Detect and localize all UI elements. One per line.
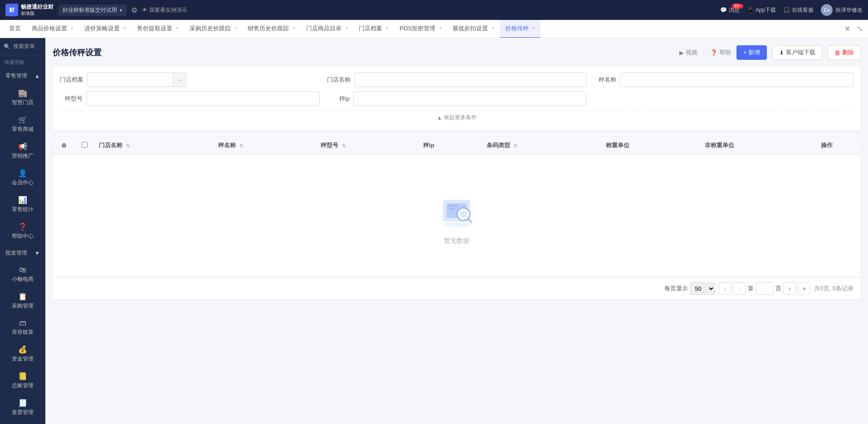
sidebar-item-retail-mall[interactable]: 🛒 零售商城	[0, 111, 45, 138]
settings-icon-btn[interactable]: ⚙	[131, 6, 137, 14]
sidebar-item-label: 小畅电商	[12, 275, 34, 283]
col-non-weight-unit: 非称重单位	[699, 137, 815, 154]
close-icon[interactable]: ×	[123, 26, 126, 31]
svg-point-0	[443, 222, 470, 227]
tab-store-catalog[interactable]: 门店商品目录 ×	[301, 20, 353, 38]
tab-home-label: 首页	[9, 24, 21, 33]
close-window-btn[interactable]: ✕	[843, 24, 852, 33]
help-link[interactable]: ❓ 帮助	[710, 48, 731, 57]
collapse-bar[interactable]: ▲ 收起更多条件	[60, 111, 853, 124]
page-input: 算 1 页	[748, 282, 781, 295]
sidebar-item-label: 资金管理	[12, 355, 34, 363]
sidebar-item-invoice[interactable]: 🧾 发票管理	[0, 394, 45, 421]
sidebar-item-xiaochangec[interactable]: 🛍 小畅电商	[0, 261, 45, 288]
tab-purchase-history[interactable]: 采购历史价跟踪 ×	[184, 20, 243, 38]
close-icon[interactable]: ×	[439, 26, 442, 31]
sidebar-item-label: 发票管理	[12, 409, 34, 416]
page-help: ▶ 视频 | ❓ 帮助	[679, 48, 731, 57]
close-icon[interactable]: ×	[71, 26, 73, 31]
tab-home[interactable]: 首页	[4, 20, 26, 38]
first-page-btn[interactable]: «	[719, 282, 731, 295]
help-icon: ❓	[18, 222, 27, 231]
close-icon[interactable]: ×	[386, 26, 389, 31]
scale-name-input[interactable]	[620, 72, 853, 87]
select-all-checkbox[interactable]	[82, 142, 88, 148]
sidebar-item-smart-store[interactable]: 🏬 智慧门店	[0, 84, 45, 111]
message-badge: 99+	[732, 4, 743, 9]
online-service-btn[interactable]: 🎧 在线客服	[783, 6, 814, 14]
sidebar-item-inventory[interactable]: 🗃 库存核算	[0, 314, 45, 341]
sidebar-item-tax[interactable]: 🏛 税务管理	[0, 421, 45, 424]
app-download-btn[interactable]: 📱 App下载	[747, 6, 776, 14]
svg-point-4	[460, 211, 467, 218]
top-bar-left: 财 畅捷通好业财 标准版 好业财标准版交付试用 ▾ ⚙ 👁 我要看实例演示	[5, 4, 187, 17]
prev-page-btn[interactable]: ‹	[733, 282, 746, 295]
video-link[interactable]: ▶ 视频	[679, 48, 697, 57]
store-archive-field: 门店档案 ···	[60, 72, 320, 87]
close-icon[interactable]: ×	[176, 26, 179, 31]
store-name-field: 门店名称	[327, 72, 587, 87]
sidebar-search[interactable]: 🔍 搜索菜单	[0, 38, 45, 55]
message-btn[interactable]: 💬 消息 99+	[720, 6, 740, 14]
col-scale-name[interactable]: 秤名称 ⇅	[213, 137, 315, 154]
col-scale-model[interactable]: 秤型号 ⇅	[315, 137, 418, 154]
table-settings-icon[interactable]: ⚙	[61, 142, 67, 149]
close-icon[interactable]: ×	[234, 26, 237, 31]
store-archive-popup-btn[interactable]: ···	[173, 72, 186, 87]
headset-icon: 🎧	[783, 7, 790, 13]
store-archive-input-group: ···	[87, 72, 186, 87]
tab-sale-history[interactable]: 销售历史价跟踪 ×	[242, 20, 301, 38]
sidebar-item-help-center[interactable]: ❓ 帮助中心	[0, 218, 45, 245]
tab-store-archive[interactable]: 门店档案 ×	[353, 20, 394, 38]
sidebar: 🔍 搜索菜单 快捷导航 零售管理 ▲ 🏬 智慧门店 🛒 零售商城 📢 营销推广	[0, 38, 45, 424]
sidebar-item-label: 采购管理	[12, 302, 34, 310]
user-name: 徐泽华修改	[835, 6, 863, 14]
store-icon: 🏬	[18, 89, 27, 97]
page-number-input[interactable]: 1	[756, 282, 774, 295]
table-container: ⚙ 门店名称 ⇅ 秤名称 ⇅	[53, 137, 861, 299]
sidebar-item-retail-stats[interactable]: 📊 零售统计	[0, 191, 45, 218]
tab-price-scale[interactable]: 价格传秤 ×	[500, 20, 541, 38]
client-download-button[interactable]: ⬇ 客户端下载	[772, 45, 822, 60]
tab-purchase-strategy[interactable]: 进价策略设置 ×	[79, 20, 132, 38]
close-icon[interactable]: ×	[345, 26, 348, 31]
scale-model-input[interactable]	[86, 92, 320, 106]
tab-price-setting[interactable]: 商品价格设置 ×	[26, 20, 79, 38]
store-name-input[interactable]	[354, 72, 587, 87]
store-archive-input[interactable]	[87, 72, 173, 87]
col-barcode-type[interactable]: 条码类型 ⇅	[481, 137, 600, 154]
app-download-label: App下载	[756, 6, 776, 14]
env-selector[interactable]: 好业财标准版交付试用 ▾	[58, 5, 127, 16]
last-page-btn[interactable]: »	[798, 282, 810, 295]
sidebar-item-wholesale-manage[interactable]: 批发管理 ▼	[0, 245, 45, 261]
maximize-window-btn[interactable]: ⤡	[855, 24, 864, 33]
online-service-label: 在线客服	[792, 6, 814, 14]
download-label: 客户端下载	[786, 48, 815, 57]
sidebar-item-member-center[interactable]: 👤 会员中心	[0, 164, 45, 191]
sidebar-item-purchase-manage[interactable]: 📋 采购管理	[0, 288, 45, 314]
sidebar-item-ledger[interactable]: 📒 总账管理	[0, 367, 45, 394]
close-icon[interactable]: ×	[293, 26, 295, 31]
page-title-bar: 价格传秤设置 ▶ 视频 | ❓ 帮助 + 新增	[53, 45, 861, 60]
add-button[interactable]: + 新增	[736, 45, 767, 60]
page-size-dropdown[interactable]: 10 20 50 100	[690, 282, 715, 295]
divider: |	[703, 49, 704, 56]
tab-pos-manage[interactable]: POS加密管理 ×	[394, 20, 447, 38]
chevron-up-icon: ▲	[437, 115, 442, 121]
video-label: 视频	[686, 48, 697, 57]
sidebar-item-marketing[interactable]: 📢 营销推广	[0, 138, 45, 164]
close-icon[interactable]: ×	[492, 26, 494, 31]
tab-sale-price[interactable]: 售价提取设置 ×	[132, 20, 184, 38]
sidebar-item-finance[interactable]: 💰 资金管理	[0, 341, 45, 367]
sidebar-item-label: 批发管理	[5, 249, 27, 257]
tab-min-discount[interactable]: 最低折扣设置 ×	[447, 20, 500, 38]
user-info[interactable]: Ea 徐泽华修改	[821, 4, 863, 16]
scale-ip-input[interactable]	[353, 92, 587, 106]
col-store-name[interactable]: 门店名称 ⇅	[93, 137, 213, 154]
demo-link[interactable]: 👁 我要看实例演示	[142, 6, 187, 14]
delete-button[interactable]: 🗑 删除	[828, 45, 861, 60]
next-page-btn[interactable]: ›	[783, 282, 796, 295]
sidebar-item-retail-manage[interactable]: 零售管理 ▲	[0, 67, 45, 84]
table-checkbox-col	[75, 137, 93, 154]
close-icon[interactable]: ×	[532, 26, 535, 31]
